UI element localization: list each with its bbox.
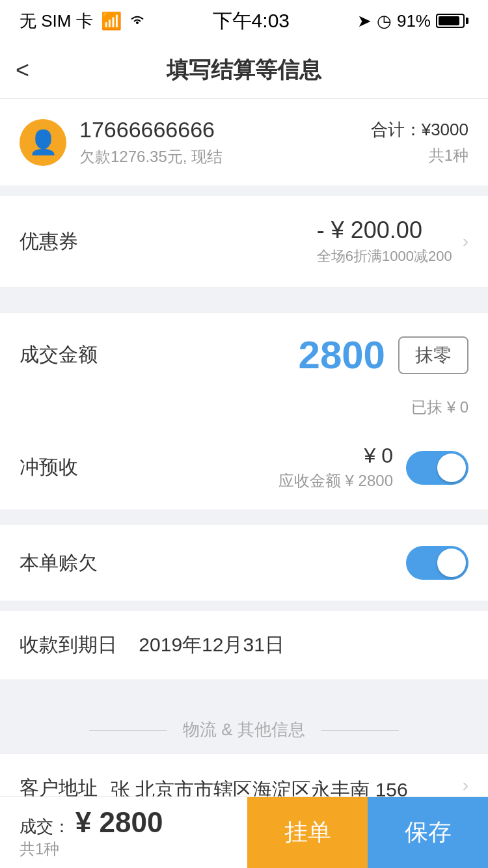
total-label: 合计：¥3000 [371, 118, 468, 141]
wifi-icon2 [129, 11, 145, 31]
prepay-amount: ¥ 0 [278, 444, 393, 468]
customer-card: 👤 17666666666 欠款1276.35元, 现结 合计：¥3000 共1… [0, 99, 488, 185]
amount-right: 2800 抹零 [299, 332, 468, 377]
save-button[interactable]: 保存 [368, 797, 488, 869]
debt-section: 本单赊欠 [0, 525, 488, 601]
pend-button[interactable]: 挂单 [247, 797, 368, 869]
alarm-icon: ◷ [377, 11, 392, 31]
round-button[interactable]: 抹零 [398, 336, 468, 374]
page-title: 填写结算等信息 [167, 55, 321, 85]
prepay-sub: 应收金额 ¥ 2800 [278, 470, 393, 491]
coupon-row[interactable]: 优惠券 - ¥ 200.00 全场6折满1000减200 › [0, 196, 488, 287]
location-icon: ➤ [357, 11, 372, 31]
status-left: 无 SIM 卡 ‪📶 [20, 10, 145, 33]
debt-toggle-knob [437, 549, 466, 577]
carrier-label: 无 SIM 卡 [20, 10, 93, 33]
coupon-desc: 全场6折满1000减200 [317, 247, 452, 266]
customer-info: 17666666666 欠款1276.35元, 现结 [79, 117, 223, 167]
coupon-value: - ¥ 200.00 [317, 217, 452, 244]
debt-toggle[interactable] [406, 546, 468, 580]
prepay-row: 冲预收 ¥ 0 应收金额 ¥ 2800 [0, 428, 488, 509]
date-section: 收款到期日 2019年12月31日 [0, 611, 488, 679]
back-button[interactable]: < [16, 57, 29, 84]
customer-owe: 欠款1276.35元, 现结 [79, 146, 223, 167]
prepay-toggle[interactable] [406, 451, 468, 485]
battery-percent: 91% [397, 11, 431, 31]
amount-sub: 已抹 ¥ 0 [0, 397, 488, 428]
wifi-icon: ‪📶 [101, 11, 122, 31]
nav-bar: < 填写结算等信息 [0, 42, 488, 99]
bottom-deal-row: 成交： ¥ 2800 [20, 806, 247, 839]
coupon-right: - ¥ 200.00 全场6折满1000减200 › [317, 217, 468, 266]
status-time: 下午4:03 [213, 8, 290, 34]
status-bar: 无 SIM 卡 ‪📶 下午4:03 ➤ ◷ 91% [0, 0, 488, 42]
coupon-label: 优惠券 [20, 228, 78, 255]
due-date-value: 2019年12月31日 [139, 634, 284, 655]
address-chevron-icon: › [463, 775, 468, 796]
section-divider-2 [0, 509, 488, 525]
chevron-right-icon: › [463, 231, 468, 252]
logistics-label: 物流 & 其他信息 [183, 720, 305, 739]
bottom-bar: 成交： ¥ 2800 共1种 挂单 保存 [0, 796, 488, 868]
main-content: 👤 17666666666 欠款1276.35元, 现结 合计：¥3000 共1… [0, 99, 488, 868]
bottom-amount: ¥ 2800 [75, 806, 163, 838]
section-divider-1 [0, 297, 488, 313]
due-date-text: 收款到期日 2019年12月31日 [20, 634, 284, 655]
customer-left: 👤 17666666666 欠款1276.35元, 现结 [20, 117, 223, 167]
section-divider-3 [0, 690, 488, 705]
prepay-label: 冲预收 [20, 454, 78, 481]
battery-icon [436, 14, 468, 28]
customer-phone: 17666666666 [79, 117, 223, 142]
amount-section: 成交金额 2800 抹零 已抹 ¥ 0 冲预收 ¥ 0 应收金额 ¥ 2800 [0, 313, 488, 509]
toggle-knob [437, 454, 466, 482]
amount-row: 成交金额 2800 抹零 [0, 313, 488, 397]
customer-total: 合计：¥3000 共1种 [371, 118, 468, 166]
bottom-left: 成交： ¥ 2800 共1种 [0, 806, 247, 860]
coupon-section: 优惠券 - ¥ 200.00 全场6折满1000减200 › [0, 196, 488, 287]
amount-value: 2800 [299, 332, 385, 377]
amount-label: 成交金额 [20, 342, 98, 368]
bottom-deal-label: 成交： [20, 817, 70, 836]
prepay-amount-block: ¥ 0 应收金额 ¥ 2800 [278, 444, 393, 491]
debt-label: 本单赊欠 [20, 550, 98, 576]
prepay-right: ¥ 0 应收金额 ¥ 2800 [278, 444, 468, 491]
due-date-label: 收款到期日 [20, 634, 117, 655]
avatar: 👤 [20, 119, 66, 166]
bottom-count: 共1种 [20, 839, 247, 860]
logistics-divider: 物流 & 其他信息 [0, 705, 488, 754]
status-right: ➤ ◷ 91% [357, 11, 468, 31]
total-count: 共1种 [371, 145, 468, 166]
